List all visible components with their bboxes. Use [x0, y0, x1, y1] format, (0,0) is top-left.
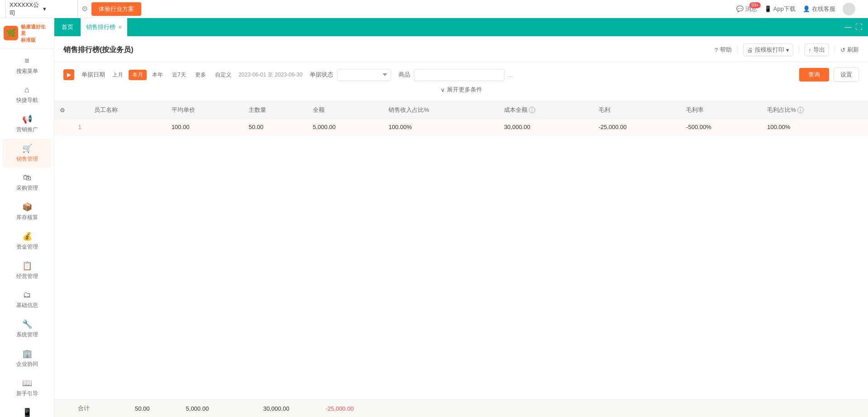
inventory-icon: 📦: [22, 202, 32, 212]
sidebar-item-label: 库存核算: [16, 214, 38, 221]
refresh-icon: ↺: [840, 47, 845, 53]
purchase-icon: 🛍: [23, 173, 31, 182]
th-sales-pct: 销售收入占比%: [383, 101, 499, 119]
sidebar-item-finance[interactable]: 💰 资金管理: [3, 227, 51, 255]
footer-cost: 30,000.00: [263, 405, 289, 412]
cell-qty: 50.00: [243, 119, 307, 135]
message-badge: 99+: [749, 2, 761, 8]
shortcut-last-month[interactable]: 上月: [109, 70, 127, 80]
company-name: XXXXXX公司: [10, 1, 40, 17]
sidebar-item-label: 采购管理: [16, 184, 38, 192]
header-actions: ? 帮助 🖨 按模板打印 ▾ ↑ 导出: [715, 43, 859, 56]
sidebar-item-enterprise[interactable]: 🏢 企业协同: [3, 344, 51, 373]
th-gross: 毛利: [593, 101, 681, 119]
settings-button[interactable]: 设置: [834, 67, 859, 82]
goods-input[interactable]: [414, 69, 504, 81]
goods-more-icon[interactable]: ...: [508, 72, 513, 78]
sidebar-item-search[interactable]: ≡ 搜索菜单: [3, 52, 51, 80]
tab-home[interactable]: 首页: [54, 18, 81, 36]
main-area: 首页 销售排行榜 × — ⛶ 销售排行榜(按业务员) ? 帮助: [54, 18, 868, 417]
table-section: ⚙ 员工名称 平均单价 主数量 全额 销售收入占比% 成本全额: [54, 101, 868, 250]
sidebar-item-label: 销售管理: [16, 155, 38, 163]
message-icon: 💬: [736, 5, 743, 12]
date-shortcuts: 上月 本月 本年 近7天 更多 自定义 2023-06-01 至 2023-06…: [109, 70, 302, 80]
th-avg-price: 平均单价: [166, 101, 244, 119]
help-button[interactable]: ? 帮助: [715, 46, 731, 54]
sidebar: 🌿 畅康通好生意 标准版 ≡ 搜索菜单 ⌂ 快捷导航 📢 营销推广 🛒 销售管理: [0, 18, 54, 417]
app-icon: 📱: [764, 5, 772, 12]
content: 销售排行榜(按业务员) ? 帮助 🖨 按模板打印 ▾ ↑: [54, 36, 868, 417]
message-item[interactable]: 💬 消息 99+: [736, 5, 757, 13]
top-bar: XXXXXX公司 ▾ ⚙ 体验行业方案 💬 消息 99+ 📱 App下载 👤 在…: [0, 0, 868, 18]
export-button[interactable]: ↑ 导出: [805, 43, 830, 56]
shortcut-this-month[interactable]: 本月: [129, 70, 147, 80]
main-table: ⚙ 员工名称 平均单价 主数量 全额 销售收入占比% 成本全额: [54, 101, 868, 135]
dropdown-icon: ▾: [43, 5, 74, 12]
sidebar-item-marketing[interactable]: 📢 营销推广: [3, 110, 51, 138]
cell-rank: 1: [71, 119, 89, 135]
th-gross-rate: 毛利率: [681, 101, 762, 119]
table-header-row: ⚙ 员工名称 平均单价 主数量 全额 销售收入占比% 成本全额: [54, 101, 868, 119]
active-tab-label: 销售排行榜: [86, 18, 115, 36]
logo-icon: 🌿: [4, 26, 18, 40]
divider: [737, 46, 738, 53]
settings-icon[interactable]: ⚙: [82, 5, 88, 13]
company-selector[interactable]: XXXXXX公司 ▾: [5, 0, 78, 19]
sidebar-item-sales[interactable]: 🛒 销售管理: [3, 139, 51, 168]
th-gross-pct: 毛利占比% i: [762, 101, 868, 119]
th-settings[interactable]: ⚙: [54, 101, 71, 119]
sidebar-item-label: 经营管理: [16, 273, 38, 280]
table-row: 1 100.00 50.00 5,000.00 100.00% 30,000.0…: [54, 119, 868, 135]
expand-row: ∨ 展开更多条件: [63, 82, 859, 96]
service-item[interactable]: 👤 在线客服: [803, 5, 835, 13]
guide-icon: 📖: [22, 378, 32, 388]
sidebar-item-quick-nav[interactable]: ⌂ 快捷导航: [3, 81, 51, 109]
trial-button[interactable]: 体验行业方案: [91, 2, 141, 16]
goods-filter-group: 商品 ...: [398, 69, 513, 81]
service-icon: 👤: [803, 5, 810, 12]
tab-close-icon[interactable]: ×: [118, 18, 122, 36]
filter-toggle-btn[interactable]: ▶: [63, 69, 74, 80]
table-container: ⚙ 员工名称 平均单价 主数量 全额 销售收入占比% 成本全额: [54, 101, 868, 135]
footer-qty: 50.00: [135, 405, 150, 412]
date-range: 2023-06-01 至 2023-06-30: [239, 71, 302, 79]
search-icon: ≡: [24, 56, 29, 66]
sidebar-item-system[interactable]: 🔧 系统管理: [3, 315, 51, 343]
sidebar-item-label: 基础信息: [16, 302, 38, 309]
minimize-icon[interactable]: —: [844, 23, 852, 31]
query-button[interactable]: 查询: [799, 68, 829, 81]
refresh-button[interactable]: ↺ 刷新: [840, 46, 859, 54]
sidebar-item-guide[interactable]: 📖 新手引导: [3, 374, 51, 402]
apps-icon: 📱: [22, 407, 32, 417]
expand-button[interactable]: ∨ 展开更多条件: [441, 86, 482, 94]
app-download-item[interactable]: 📱 App下载: [764, 5, 796, 13]
fullscreen-icon[interactable]: ⛶: [855, 23, 863, 31]
sidebar-item-label: 搜索菜单: [16, 67, 38, 75]
cost-info-icon[interactable]: i: [529, 107, 535, 113]
tab-active[interactable]: 销售排行榜 ×: [81, 18, 127, 36]
print-dropdown-icon: ▾: [786, 47, 789, 53]
status-select[interactable]: [337, 69, 391, 81]
page-title: 销售排行榜(按业务员): [63, 45, 134, 55]
home-icon: ⌂: [24, 85, 29, 95]
table-spacer: [54, 250, 868, 399]
sidebar-item-purchase[interactable]: 🛍 采购管理: [3, 168, 51, 197]
sidebar-item-basic-info[interactable]: 🗂 基础信息: [3, 286, 51, 314]
sidebar-item-label: 资金管理: [16, 243, 38, 251]
cell-avg-price: 100.00: [166, 119, 244, 135]
th-amount: 全额: [307, 101, 384, 119]
shortcut-7days[interactable]: 近7天: [168, 70, 190, 80]
gross-pct-info-icon[interactable]: i: [797, 107, 804, 113]
sidebar-item-label: 新手引导: [16, 390, 38, 398]
sidebar-item-apps[interactable]: 📱 应用中心: [3, 403, 51, 417]
filter-actions: 查询 设置: [799, 67, 859, 82]
sidebar-item-inventory[interactable]: 📦 库存核算: [3, 197, 51, 226]
sidebar-logo: 🌿 畅康通好生意 标准版: [0, 18, 54, 49]
shortcut-custom[interactable]: 自定义: [211, 70, 235, 80]
cell-gross: -25,000.00: [593, 119, 681, 135]
shortcut-this-year[interactable]: 本年: [149, 70, 167, 80]
shortcut-more[interactable]: 更多: [192, 70, 210, 80]
avatar[interactable]: [843, 3, 855, 15]
sidebar-item-operations[interactable]: 📋 经营管理: [3, 256, 51, 285]
print-button[interactable]: 🖨 按模板打印 ▾: [743, 43, 793, 56]
